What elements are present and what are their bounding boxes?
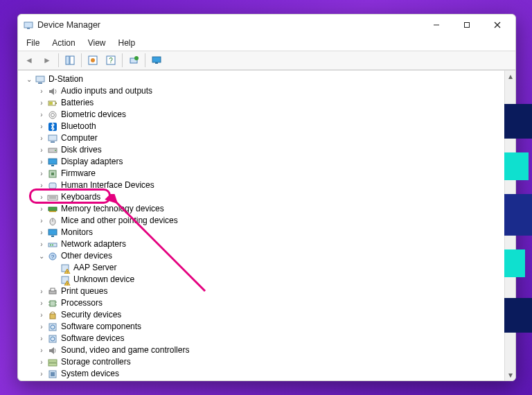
- tree-category-label: Software components: [61, 321, 145, 333]
- mouse-icon: [47, 216, 58, 227]
- tree-category-node[interactable]: ›Bluetooth: [25, 121, 504, 132]
- chevron-right-icon[interactable]: ›: [37, 144, 46, 156]
- tree-category-node[interactable]: ›Audio inputs and outputs: [25, 85, 504, 97]
- tree-category-node[interactable]: ⌄?Other devices: [25, 250, 504, 262]
- print-icon: [47, 286, 58, 297]
- chevron-right-icon[interactable]: ›: [37, 109, 46, 121]
- svg-rect-38: [49, 211, 56, 212]
- titlebar[interactable]: Device Manager: [18, 15, 515, 35]
- tree-category-node[interactable]: ›Processors: [25, 297, 504, 309]
- chevron-right-icon[interactable]: ›: [37, 344, 46, 356]
- svg-marker-18: [49, 88, 54, 95]
- svg-rect-26: [51, 141, 55, 143]
- show-hide-tree-button[interactable]: [62, 53, 78, 68]
- svg-point-23: [51, 113, 55, 116]
- vertical-scrollbar[interactable]: ▴ ▾: [504, 71, 515, 380]
- chevron-right-icon[interactable]: ›: [37, 179, 46, 191]
- tree-category-node[interactable]: ›Human Interface Devices: [25, 179, 504, 191]
- properties-button[interactable]: [85, 53, 101, 68]
- svg-rect-3: [465, 23, 470, 28]
- tree-category-node[interactable]: ›Security devices: [25, 309, 504, 321]
- app-icon: [24, 20, 33, 30]
- disk-icon: [47, 145, 58, 156]
- tree-category-node[interactable]: ›Sound, video and game controllers: [25, 344, 504, 356]
- tree-category-label: Human Interface Devices: [61, 179, 159, 191]
- tree-category-label: System devices: [61, 368, 123, 380]
- firmware-icon: [47, 168, 58, 179]
- chevron-right-icon[interactable]: ›: [37, 97, 46, 109]
- minimize-button[interactable]: [421, 15, 452, 35]
- svg-rect-1: [27, 28, 30, 29]
- tree-category-node[interactable]: ›Software devices: [25, 333, 504, 344]
- tree-category-node[interactable]: ›Batteries: [25, 97, 504, 109]
- tree-category-node[interactable]: ›Computer: [25, 132, 504, 144]
- scroll-up-icon[interactable]: ▴: [505, 71, 515, 82]
- tree-device-node[interactable]: !Unknown device: [25, 274, 504, 286]
- arrow-right-icon: ►: [43, 55, 51, 65]
- svg-rect-0: [24, 22, 33, 28]
- tree-category-node[interactable]: ›Memory technology devices: [25, 203, 504, 215]
- help-icon: ?: [106, 55, 116, 65]
- help-button[interactable]: ?: [103, 53, 119, 68]
- tree-device-node[interactable]: !AAP Server: [25, 262, 504, 274]
- menu-action[interactable]: Action: [46, 37, 80, 49]
- svg-rect-37: [48, 207, 57, 211]
- chevron-right-icon[interactable]: ›: [37, 227, 46, 238]
- menu-view[interactable]: View: [82, 37, 112, 49]
- svg-rect-55: [51, 288, 55, 291]
- tree-category-node[interactable]: ›Keyboards: [25, 191, 504, 203]
- devices-printers-button[interactable]: [148, 53, 165, 68]
- close-button[interactable]: [482, 15, 513, 35]
- svg-rect-17: [38, 82, 42, 84]
- chevron-right-icon[interactable]: ›: [37, 168, 46, 179]
- back-button[interactable]: ◄: [21, 53, 37, 68]
- tree-category-node[interactable]: ›Disk drives: [25, 144, 504, 156]
- chevron-right-icon[interactable]: ›: [37, 321, 46, 333]
- tree-category-node[interactable]: ›Firmware: [25, 168, 504, 179]
- tree-category-node[interactable]: ›Monitors: [25, 227, 504, 238]
- scroll-track[interactable]: [505, 82, 515, 369]
- warn-icon: !: [60, 263, 71, 274]
- chevron-right-icon[interactable]: ›: [37, 356, 46, 368]
- menu-help[interactable]: Help: [113, 37, 141, 49]
- scan-hardware-button[interactable]: [125, 53, 142, 68]
- tree-category-node[interactable]: ›Print queues: [25, 286, 504, 297]
- chevron-right-icon[interactable]: ›: [37, 368, 46, 380]
- chevron-right-icon[interactable]: ›: [37, 191, 46, 203]
- chevron-right-icon[interactable]: ›: [37, 297, 46, 309]
- device-tree[interactable]: ⌄D-Station›Audio inputs and outputs›Batt…: [18, 71, 504, 380]
- chevron-right-icon[interactable]: ›: [37, 286, 46, 297]
- chevron-down-icon[interactable]: ⌄: [25, 73, 33, 85]
- tree-category-node[interactable]: ›System devices: [25, 368, 504, 380]
- chevron-right-icon[interactable]: ›: [37, 156, 46, 168]
- chevron-right-icon[interactable]: ›: [37, 203, 46, 215]
- forward-button[interactable]: ►: [39, 53, 55, 68]
- tree-category-node[interactable]: ›Storage controllers: [25, 356, 504, 368]
- chevron-right-icon[interactable]: ›: [37, 85, 46, 97]
- tree-category-label: Biometric devices: [61, 109, 130, 121]
- chevron-right-icon[interactable]: ›: [37, 309, 46, 321]
- other-icon: ?: [47, 251, 58, 262]
- chevron-right-icon[interactable]: ›: [37, 121, 46, 132]
- menu-file[interactable]: File: [21, 37, 45, 49]
- tree-category-node[interactable]: ›Software components: [25, 321, 504, 333]
- memory-icon: [47, 204, 58, 215]
- svg-rect-25: [48, 135, 57, 141]
- tree-category-node[interactable]: ›Network adapters: [25, 238, 504, 250]
- chevron-down-icon[interactable]: ⌄: [37, 250, 46, 262]
- chevron-right-icon[interactable]: ›: [37, 132, 46, 144]
- maximize-button[interactable]: [452, 15, 482, 35]
- svg-rect-30: [51, 165, 54, 166]
- tree-category-node[interactable]: ›Mice and other pointing devices: [25, 215, 504, 227]
- svg-text:?: ?: [51, 254, 55, 260]
- chevron-right-icon[interactable]: ›: [37, 238, 46, 250]
- tree-category-label: Bluetooth: [61, 121, 100, 132]
- tree-category-node[interactable]: ›Biometric devices: [25, 109, 504, 121]
- scan-icon: [129, 55, 139, 65]
- chevron-right-icon[interactable]: ›: [37, 333, 46, 344]
- tree-category-label: Keyboards: [61, 191, 105, 203]
- scroll-down-icon[interactable]: ▾: [505, 369, 515, 380]
- chevron-right-icon[interactable]: ›: [37, 215, 46, 227]
- tree-root-node[interactable]: ⌄D-Station: [25, 73, 504, 85]
- tree-category-node[interactable]: ›Display adapters: [25, 156, 504, 168]
